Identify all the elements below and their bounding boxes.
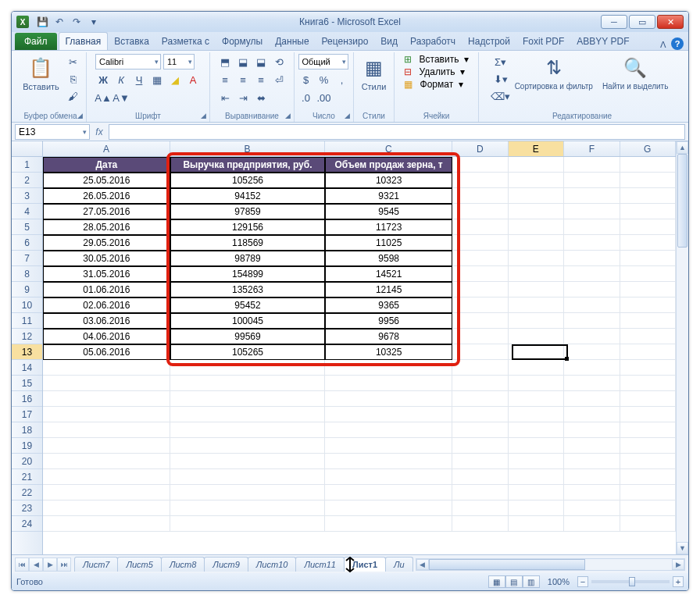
- cell-F6[interactable]: [564, 235, 620, 251]
- cell-A13[interactable]: 05.06.2016: [43, 344, 170, 360]
- cell-D4[interactable]: [452, 204, 509, 219]
- cell-E14[interactable]: [509, 360, 565, 376]
- wrap-text-button[interactable]: ⏎: [271, 72, 287, 87]
- cell-D8[interactable]: [452, 266, 509, 282]
- cell-G6[interactable]: [620, 235, 677, 251]
- worksheet-grid[interactable]: ABCDEFG 12345678910111213141516171819202…: [12, 141, 688, 554]
- select-all-button[interactable]: [12, 141, 43, 157]
- cell-A3[interactable]: 26.05.2016: [43, 188, 170, 204]
- format-cells-button[interactable]: ▦ Формат ▾: [404, 79, 462, 90]
- cell-G14[interactable]: [620, 360, 677, 376]
- row-headers[interactable]: 123456789101112131415161718192021222324: [12, 157, 43, 554]
- cell-G2[interactable]: [620, 173, 677, 188]
- row-header-9[interactable]: 9: [12, 282, 42, 297]
- column-headers[interactable]: ABCDEFG: [43, 141, 676, 157]
- cell-G10[interactable]: [620, 297, 677, 313]
- sheet-nav-first[interactable]: ⏮: [15, 557, 29, 572]
- cell-D2[interactable]: [452, 173, 509, 188]
- cell-F1[interactable]: [564, 157, 620, 173]
- cell-C23[interactable]: [325, 500, 452, 516]
- close-button[interactable]: ✕: [657, 15, 684, 29]
- insert-cells-button[interactable]: ⊞ Вставить ▾: [404, 54, 469, 65]
- cell-B19[interactable]: [170, 438, 325, 454]
- row-header-21[interactable]: 21: [12, 469, 42, 485]
- cell-B22[interactable]: [170, 485, 325, 500]
- cell-C9[interactable]: 12145: [325, 282, 452, 297]
- fill-color-button[interactable]: ◢: [167, 72, 183, 87]
- cell-B16[interactable]: [170, 391, 325, 407]
- minimize-button[interactable]: ─: [601, 15, 627, 29]
- cell-D12[interactable]: [452, 329, 509, 344]
- row-header-6[interactable]: 6: [12, 235, 42, 251]
- cell-C13[interactable]: 10325: [325, 344, 452, 360]
- sort-filter-button[interactable]: ⇅ Сортировка и фильтр: [512, 54, 596, 92]
- cell-G19[interactable]: [620, 438, 677, 454]
- cell-F20[interactable]: [564, 454, 620, 469]
- cell-E11[interactable]: [509, 313, 565, 329]
- cell-A7[interactable]: 30.05.2016: [43, 251, 170, 266]
- cell-E4[interactable]: [509, 204, 565, 219]
- align-left-button[interactable]: ≡: [217, 72, 233, 87]
- file-tab[interactable]: Файл: [15, 33, 57, 50]
- cell-G3[interactable]: [620, 188, 677, 204]
- cell-G8[interactable]: [620, 266, 677, 282]
- column-header-E[interactable]: E: [509, 141, 564, 156]
- autosum-button[interactable]: Σ▾: [493, 54, 509, 69]
- currency-button[interactable]: $: [298, 72, 314, 87]
- bold-button[interactable]: Ж: [95, 72, 111, 87]
- cell-A4[interactable]: 27.05.2016: [43, 204, 170, 219]
- scroll-up-button[interactable]: ▲: [677, 141, 688, 154]
- tab-developer[interactable]: Разработч: [404, 33, 462, 50]
- scroll-thumb[interactable]: [677, 154, 688, 248]
- row-header-11[interactable]: 11: [12, 313, 42, 329]
- sheet-tab-Лист11[interactable]: Лист11: [295, 557, 345, 572]
- cell-B21[interactable]: [170, 469, 325, 485]
- cell-A23[interactable]: [43, 500, 170, 516]
- row-header-20[interactable]: 20: [12, 454, 42, 469]
- view-normal-button[interactable]: ▦: [488, 575, 505, 588]
- cell-D24[interactable]: [452, 516, 509, 532]
- row-header-7[interactable]: 7: [12, 251, 42, 266]
- increase-font-button[interactable]: A▲: [95, 90, 111, 105]
- align-center-button[interactable]: ≡: [235, 72, 251, 87]
- sheet-nav-last[interactable]: ⏭: [57, 557, 71, 572]
- cell-B7[interactable]: 98789: [170, 251, 325, 266]
- cell-F22[interactable]: [564, 485, 620, 500]
- zoom-slider[interactable]: [591, 580, 670, 583]
- cell-G9[interactable]: [620, 282, 677, 297]
- cell-E6[interactable]: [509, 235, 565, 251]
- cell-E15[interactable]: [509, 376, 565, 391]
- sheet-nav-prev[interactable]: ◀: [29, 557, 43, 572]
- cell-E22[interactable]: [509, 485, 565, 500]
- scroll-left-button[interactable]: ◀: [416, 559, 429, 570]
- border-button[interactable]: ▦: [149, 72, 165, 87]
- cell-B3[interactable]: 94152: [170, 188, 325, 204]
- clear-button[interactable]: ⌫▾: [493, 88, 509, 104]
- cell-F8[interactable]: [564, 266, 620, 282]
- column-header-F[interactable]: F: [564, 141, 620, 156]
- cell-E23[interactable]: [509, 500, 565, 516]
- row-header-15[interactable]: 15: [12, 376, 42, 391]
- font-dialog-launcher[interactable]: ◢: [198, 111, 208, 120]
- cell-A10[interactable]: 02.06.2016: [43, 297, 170, 313]
- column-header-C[interactable]: C: [325, 141, 452, 156]
- cell-G11[interactable]: [620, 313, 677, 329]
- cell-A17[interactable]: [43, 407, 170, 422]
- cell-A11[interactable]: 03.06.2016: [43, 313, 170, 329]
- cell-A2[interactable]: 25.05.2016: [43, 173, 170, 188]
- sheet-tab-Лист5[interactable]: Лист5: [117, 557, 161, 572]
- row-header-13[interactable]: 13: [12, 344, 42, 360]
- cell-F16[interactable]: [564, 391, 620, 407]
- tab-home[interactable]: Главная: [59, 32, 109, 50]
- cell-A19[interactable]: [43, 438, 170, 454]
- cell-G15[interactable]: [620, 376, 677, 391]
- cell-E12[interactable]: [509, 329, 565, 344]
- cell-B14[interactable]: [170, 360, 325, 376]
- cell-B4[interactable]: 97859: [170, 204, 325, 219]
- cell-B11[interactable]: 100045: [170, 313, 325, 329]
- formula-input[interactable]: [109, 124, 685, 140]
- save-button[interactable]: 💾: [35, 15, 49, 29]
- cell-E21[interactable]: [509, 469, 565, 485]
- cell-B6[interactable]: 118569: [170, 235, 325, 251]
- cell-C5[interactable]: 11723: [325, 219, 452, 235]
